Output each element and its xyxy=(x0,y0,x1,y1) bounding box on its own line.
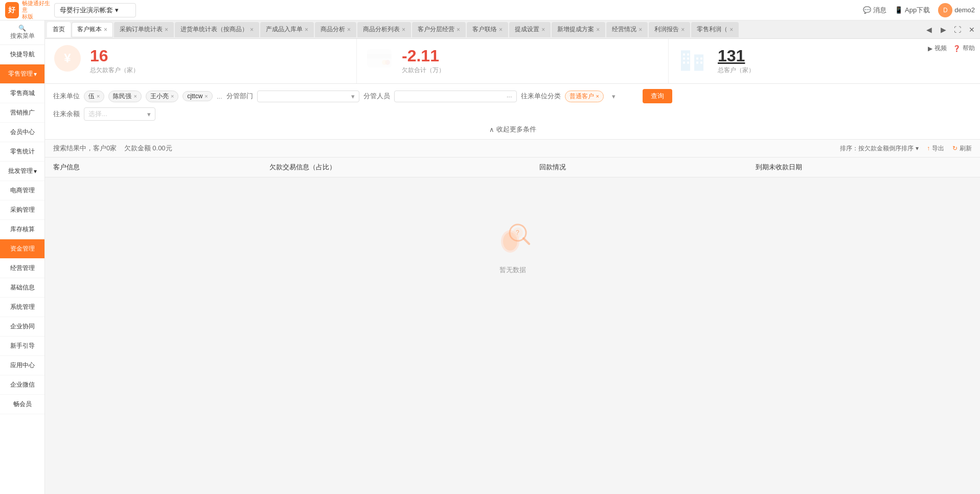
sidebar-item-ops[interactable]: 经营管理 xyxy=(0,259,44,278)
filter-more-btn[interactable]: ... xyxy=(217,93,222,100)
tab-nav-right[interactable]: ▶ xyxy=(937,24,949,36)
tab-product-analysis[interactable]: 商品分析 × xyxy=(315,22,356,37)
refresh-btn[interactable]: ↻ 刷新 xyxy=(952,144,972,153)
filter-tag-close-normal-customer[interactable]: × xyxy=(596,93,599,99)
tab-close-purchase-order[interactable]: × xyxy=(165,27,168,33)
filter-tag-close-cjttcw[interactable]: × xyxy=(204,93,208,99)
result-amount: 欠款金额 0.00元 xyxy=(124,144,172,152)
sidebar-item-retail-stats[interactable]: 零售统计 xyxy=(0,142,44,162)
svg-rect-13 xyxy=(687,61,689,63)
stat-total-customers: 131 总客户（家） ▶ 视频 ❓ 帮助 xyxy=(669,39,980,83)
sidebar-item-wecom[interactable]: 企业微信 xyxy=(0,375,44,395)
tab-close-customer-contact[interactable]: × xyxy=(499,27,503,33)
sidebar-item-inventory[interactable]: 库存核算 xyxy=(0,220,44,239)
tab-profit-report[interactable]: 利润报告 × xyxy=(649,22,690,37)
sidebar-item-quick-nav[interactable]: 快捷导航 xyxy=(0,45,44,64)
message-icon: 💬 xyxy=(863,6,871,14)
filter-area: 往来单位 伍 × 陈民强 × 王小亮 × xyxy=(45,84,980,140)
export-btn[interactable]: ↑ 导出 xyxy=(927,144,944,153)
chevron-down-icon: ▾ xyxy=(34,168,37,175)
tab-maximize[interactable]: ⛶ xyxy=(951,24,964,36)
tab-close-product-analysis[interactable]: × xyxy=(347,27,351,33)
tab-bar: 首页 客户账本 × 采购订单统计表 × 进货单统计表（按商品） × 产成品入库单… xyxy=(45,20,980,39)
tab-close-biz-status[interactable]: × xyxy=(639,27,642,33)
tab-home[interactable]: 首页 xyxy=(47,22,71,37)
result-count: 搜索结果中，客户0家 xyxy=(53,144,117,152)
svg-text:¥: ¥ xyxy=(64,51,71,65)
tab-close-customers[interactable]: × xyxy=(104,27,107,33)
tab-biz-status[interactable]: 经营情况 × xyxy=(606,22,648,37)
svg-rect-14 xyxy=(696,57,698,59)
tab-customer-tier[interactable]: 客户分层经营 × xyxy=(412,22,466,37)
tab-close-new-promo-plan[interactable]: × xyxy=(596,27,600,33)
tab-close-customer-tier[interactable]: × xyxy=(457,27,460,33)
tab-close-product-inbound[interactable]: × xyxy=(305,27,308,33)
filter-tag-chen[interactable]: 陈民强 × xyxy=(108,91,141,102)
filter-tag-close-chen[interactable]: × xyxy=(133,93,136,99)
sidebar-item-member-center[interactable]: 会员中心 xyxy=(0,123,44,142)
message-btn[interactable]: 💬 消息 xyxy=(863,6,886,15)
sidebar-item-newbie[interactable]: 新手引导 xyxy=(0,336,44,356)
tab-inbound-stats[interactable]: 进货单统计表（按商品） × xyxy=(175,22,259,37)
app-download-btn[interactable]: 📱 App下载 xyxy=(895,6,930,15)
sidebar-item-basic-info[interactable]: 基础信息 xyxy=(0,278,44,298)
query-button[interactable]: 查询 xyxy=(643,89,672,103)
balance-filter-label: 往来余额 xyxy=(53,109,80,119)
sidebar-item-retail-mall[interactable]: 零售商城 xyxy=(0,84,44,103)
tab-close-retail-profit[interactable]: × xyxy=(730,27,733,33)
tab-close-promotion-settings[interactable]: × xyxy=(541,27,545,33)
balance-select[interactable]: 选择... ▾ xyxy=(84,107,155,121)
tab-nav-left[interactable]: ◀ xyxy=(923,24,935,36)
avatar: D xyxy=(938,3,952,17)
company-selector[interactable]: 母婴行业演示帐套 ▾ xyxy=(54,3,136,17)
tab-product-analysis-list[interactable]: 商品分析列表 × xyxy=(357,22,411,37)
svg-rect-11 xyxy=(687,57,689,59)
svg-point-5 xyxy=(382,60,387,65)
sidebar-item-enterprise[interactable]: 企业协同 xyxy=(0,317,44,336)
unit-class-select[interactable]: ▾ xyxy=(608,91,639,102)
tab-customers[interactable]: 客户账本 × xyxy=(72,22,113,37)
tab-customer-contact[interactable]: 客户联络 × xyxy=(467,22,508,37)
sidebar-item-retail-mgmt[interactable]: 零售管理 ▾ xyxy=(0,64,44,84)
tab-close-all[interactable]: ✕ xyxy=(966,24,978,36)
logo-area: 好 畅捷通好生意 标版 xyxy=(5,0,50,20)
filter-tag-normal-customer[interactable]: 普通客户 × xyxy=(565,91,604,102)
tab-close-product-analysis-list[interactable]: × xyxy=(402,27,405,33)
filter-tag-empty[interactable]: 伍 × xyxy=(84,91,104,102)
filter-tag-close-empty[interactable]: × xyxy=(97,93,100,99)
tab-close-profit-report[interactable]: × xyxy=(681,27,685,33)
sidebar-item-ecommerce[interactable]: 电商管理 xyxy=(0,181,44,200)
sidebar-item-capital[interactable]: 资金管理 xyxy=(0,239,44,259)
tab-new-promo-plan[interactable]: 新增提成方案 × xyxy=(552,22,605,37)
sidebar-item-purchase[interactable]: 采购管理 xyxy=(0,200,44,220)
person-select[interactable]: ··· xyxy=(394,91,517,102)
empty-state: ? 暂无数据 xyxy=(45,177,980,316)
video-help-btn[interactable]: ▶ 视频 xyxy=(928,44,947,53)
svg-rect-9 xyxy=(687,53,689,55)
sort-select[interactable]: 排序：按欠款金额倒序排序 ▾ xyxy=(840,144,919,153)
tab-close-inbound-stats[interactable]: × xyxy=(250,27,254,33)
tab-retail-profit[interactable]: 零售利润（ × xyxy=(691,22,739,37)
sidebar-item-marketing[interactable]: 营销推广 xyxy=(0,103,44,123)
tab-product-inbound[interactable]: 产成品入库单 × xyxy=(260,22,314,37)
user-menu[interactable]: D demo2 xyxy=(938,3,975,17)
svg-text:?: ? xyxy=(516,229,519,236)
sidebar-item-member[interactable]: 畅会员 xyxy=(0,395,44,414)
sidebar-item-sys-mgmt[interactable]: 系统管理 xyxy=(0,298,44,317)
sidebar-search[interactable]: 🔍 搜索菜单 xyxy=(0,20,44,45)
tab-promotion-settings[interactable]: 提成设置 × xyxy=(509,22,551,37)
filter-tag-wang[interactable]: 王小亮 × xyxy=(146,91,178,102)
filter-tag-close-wang[interactable]: × xyxy=(171,93,174,99)
sidebar-item-app-center[interactable]: 应用中心 xyxy=(0,356,44,375)
sidebar-item-wholesale[interactable]: 批发管理 ▾ xyxy=(0,162,44,181)
chevron-down-icon: ▾ xyxy=(612,93,616,100)
help-btn[interactable]: ❓ 帮助 xyxy=(953,44,975,53)
building-icon xyxy=(677,46,708,75)
collapse-filters-btn[interactable]: ∧ 收起更多条件 xyxy=(489,125,536,134)
person-filter-label: 分管人员 xyxy=(363,92,390,101)
dept-select[interactable]: ▾ xyxy=(257,91,359,102)
filter-tag-cjttcw[interactable]: cjttcw × xyxy=(183,91,212,101)
owing-customers-label: 总欠款客户（家） xyxy=(90,66,139,75)
tab-purchase-order[interactable]: 采购订单统计表 × xyxy=(114,22,174,37)
chevron-down-icon: ▾ xyxy=(34,71,37,78)
